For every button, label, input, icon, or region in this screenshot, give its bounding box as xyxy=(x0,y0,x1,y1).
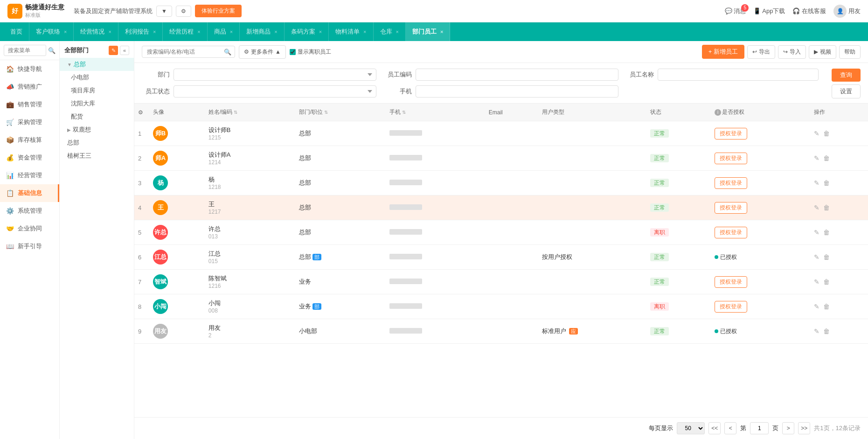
import-btn[interactable]: ↪ 导入 xyxy=(778,45,806,59)
sidebar-item-inventory[interactable]: 📦 库存核算 xyxy=(0,131,59,149)
search-btn[interactable]: 🔍 xyxy=(224,49,231,56)
edit-icon[interactable]: ✎ xyxy=(814,179,819,187)
edit-icon[interactable]: ✎ xyxy=(814,154,819,162)
column-settings-btn[interactable]: 设置 xyxy=(832,84,861,98)
close-profit[interactable]: × xyxy=(153,29,156,35)
dept-item-general2[interactable]: 总部 xyxy=(60,136,134,149)
th-phone[interactable]: 手机 ⇅ xyxy=(386,104,485,121)
name-sort[interactable]: 姓名/编码 ⇅ xyxy=(208,108,292,116)
sidebar-item-finance[interactable]: 💰 资金管理 xyxy=(0,149,59,167)
edit-icon[interactable]: ✎ xyxy=(814,229,819,236)
close-add-goods[interactable]: × xyxy=(274,29,277,35)
delete-icon[interactable]: 🗑 xyxy=(823,303,830,310)
tab-customer[interactable]: 客户联络× xyxy=(29,22,74,41)
delete-icon[interactable]: 🗑 xyxy=(823,179,830,187)
close-history[interactable]: × xyxy=(197,29,200,35)
tab-barcode[interactable]: 条码方案× xyxy=(285,22,329,41)
sidebar-item-operation-mgmt[interactable]: 📊 经营管理 xyxy=(0,167,59,184)
user-area[interactable]: 👤 用友 xyxy=(833,5,861,18)
close-customer[interactable]: × xyxy=(64,29,67,35)
sidebar-item-marketing[interactable]: 📣 营销推广 xyxy=(0,78,59,96)
tab-home[interactable]: 首页 xyxy=(4,22,29,41)
delete-icon[interactable]: 🗑 xyxy=(823,204,830,211)
close-warehouse[interactable]: × xyxy=(396,29,399,35)
dept-select[interactable] xyxy=(174,69,376,81)
search-input[interactable] xyxy=(142,46,235,58)
export-btn[interactable]: ↩ 导出 xyxy=(747,45,775,59)
emp-code-input[interactable] xyxy=(416,69,618,81)
sidebar-search-input[interactable] xyxy=(4,45,46,56)
delete-icon[interactable]: 🗑 xyxy=(823,253,830,261)
sidebar-item-shortcut[interactable]: 🏠 快捷导航 xyxy=(0,60,59,78)
dept-item-shuanglu[interactable]: ▶ 双鹿想 xyxy=(60,123,134,136)
edit-dept-btn[interactable]: ✎ xyxy=(109,46,118,55)
tab-operation[interactable]: 经营情况× xyxy=(74,22,118,41)
close-bom[interactable]: × xyxy=(363,29,366,35)
dropdown-btn[interactable]: ▼ xyxy=(156,6,172,17)
tab-history[interactable]: 经营历程× xyxy=(163,22,207,41)
last-page-btn[interactable]: >> xyxy=(798,422,810,434)
auth-btn[interactable]: 授权登录 xyxy=(715,153,747,164)
dept-item-small-elec[interactable]: 小电部 xyxy=(60,71,134,84)
collapse-btn[interactable]: « xyxy=(120,46,129,55)
close-operation[interactable]: × xyxy=(108,29,111,35)
th-name[interactable]: 姓名/编码 ⇅ xyxy=(205,104,295,121)
auth-btn[interactable]: 授权登录 xyxy=(715,276,747,288)
auth-btn[interactable]: 授权登录 xyxy=(715,301,747,313)
dept-item-project-room[interactable]: 项目库房 xyxy=(60,84,134,97)
delete-icon[interactable]: 🗑 xyxy=(823,328,830,335)
close-goods[interactable]: × xyxy=(230,29,233,35)
view-btn[interactable]: ▶ 视频 xyxy=(809,45,836,59)
show-resigned-checkbox[interactable] xyxy=(290,49,296,55)
query-btn[interactable]: 查询 xyxy=(832,69,861,82)
tab-add-goods[interactable]: 新增商品× xyxy=(240,22,284,41)
sidebar-item-basic-info[interactable]: 📋 基础信息 xyxy=(0,184,59,202)
sidebar-item-purchase[interactable]: 🛒 采购管理 xyxy=(0,113,59,131)
edit-icon[interactable]: ✎ xyxy=(814,130,819,137)
add-employee-btn[interactable]: + 新增员工 xyxy=(702,45,744,59)
edit-icon[interactable]: ✎ xyxy=(814,253,819,261)
emp-status-select[interactable] xyxy=(174,85,376,98)
edit-icon[interactable]: ✎ xyxy=(814,204,819,211)
close-barcode[interactable]: × xyxy=(319,29,322,35)
page-number-input[interactable] xyxy=(750,422,769,434)
sidebar-item-collab[interactable]: 🤝 企业协同 xyxy=(0,220,59,237)
sidebar-item-sales[interactable]: 💼 销售管理 xyxy=(0,96,59,113)
phone-sort[interactable]: 手机 ⇅ xyxy=(389,108,481,116)
dept-item-zhishu[interactable]: 植树王三 xyxy=(60,149,134,162)
page-size-select[interactable]: 50 100 xyxy=(677,422,705,434)
next-page-btn[interactable]: > xyxy=(782,422,794,434)
app-download[interactable]: 📱 App下载 xyxy=(753,7,785,15)
sidebar-item-system[interactable]: ⚙️ 系统管理 xyxy=(0,202,59,220)
online-service[interactable]: 🎧 在线客服 xyxy=(792,7,826,15)
help-btn[interactable]: 帮助 xyxy=(839,45,861,59)
edit-icon[interactable]: ✎ xyxy=(814,278,819,286)
auth-btn[interactable]: 授权登录 xyxy=(715,177,747,189)
show-resigned-label[interactable]: 显示离职员工 xyxy=(290,48,331,56)
trial-btn[interactable]: 体验行业方案 xyxy=(195,5,242,17)
dept-item-general[interactable]: ▼ 总部 xyxy=(60,58,134,71)
tab-dept-employee[interactable]: 部门员工× xyxy=(406,22,450,41)
prev-page-btn[interactable]: < xyxy=(724,422,736,434)
delete-icon[interactable]: 🗑 xyxy=(823,154,830,162)
dept-sort[interactable]: 部门/职位 ⇅ xyxy=(299,108,382,116)
edit-icon[interactable]: ✎ xyxy=(814,328,819,335)
sidebar-item-guide[interactable]: 📖 新手引导 xyxy=(0,237,59,255)
dept-item-dispatch[interactable]: 配货 xyxy=(60,110,134,123)
auth-btn[interactable]: 授权登录 xyxy=(715,202,747,214)
edit-icon[interactable]: ✎ xyxy=(814,303,819,310)
tab-goods[interactable]: 商品× xyxy=(208,22,240,41)
delete-icon[interactable]: 🗑 xyxy=(823,278,830,286)
th-dept[interactable]: 部门/职位 ⇅ xyxy=(295,104,386,121)
emp-name-input[interactable] xyxy=(658,69,819,81)
tab-bom[interactable]: 物料清单× xyxy=(329,22,373,41)
settings-col-icon[interactable]: ⚙ xyxy=(138,109,143,116)
tab-profit[interactable]: 利润报告× xyxy=(118,22,163,41)
dept-item-shenyang[interactable]: 沈阳大库 xyxy=(60,97,134,110)
auth-btn[interactable]: 授权登录 xyxy=(715,128,747,139)
tab-warehouse[interactable]: 仓库× xyxy=(374,22,406,41)
auth-btn[interactable]: 授权登录 xyxy=(715,227,747,238)
settings-icon-btn[interactable]: ⚙ xyxy=(176,6,191,17)
phone-input[interactable] xyxy=(416,85,618,98)
close-dept[interactable]: × xyxy=(440,29,443,35)
